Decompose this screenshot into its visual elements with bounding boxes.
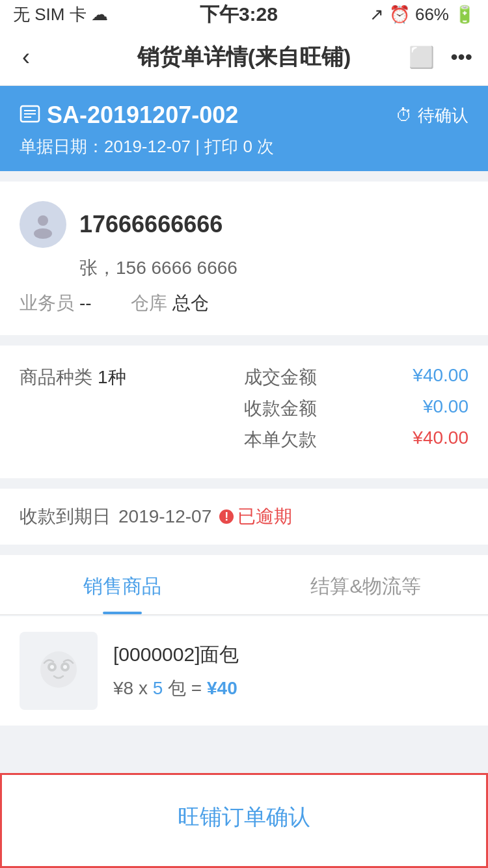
svg-point-10	[63, 665, 67, 669]
svg-point-5	[34, 228, 52, 239]
received-label: 收款金额	[244, 396, 317, 421]
confirm-button-wrapper: 旺铺订单确认	[0, 773, 488, 868]
alarm-icon: ⏰	[389, 5, 410, 25]
product-card: [0000002]面包 ¥8 x 5 包 = ¥40	[0, 616, 488, 726]
warehouse-label: 仓库	[131, 291, 167, 316]
product-types-value: 1种	[98, 365, 126, 390]
product-multiply: x	[139, 678, 153, 698]
owed-value: ¥40.00	[413, 427, 468, 452]
order-header: SA-20191207-002 ⏱ 待确认 单据日期：2019-12-07 | …	[0, 86, 488, 171]
svg-point-6	[40, 651, 77, 688]
tabs-container: 销售商品 结算&物流等	[0, 555, 488, 615]
order-id: SA-20191207-002	[20, 102, 238, 129]
tab-sales-products-label: 销售商品	[83, 575, 161, 597]
due-date-card: 收款到期日 2019-12-07 ! 已逾期	[0, 489, 488, 545]
customer-name: 张，156 6666 6666	[20, 256, 468, 280]
customer-phone: 17666666666	[79, 211, 223, 238]
svg-point-9	[50, 665, 54, 669]
page-title: 销货单详情(来自旺铺)	[137, 42, 351, 72]
signal-text: 无 SIM 卡 ☁	[13, 3, 108, 26]
product-unit-price: ¥8	[113, 678, 133, 698]
location-icon: ↗	[370, 5, 384, 25]
product-equals: =	[191, 678, 207, 698]
order-status-text: 待确认	[418, 104, 468, 127]
product-price: ¥8 x 5 包 = ¥40	[113, 676, 468, 701]
svg-point-4	[38, 215, 48, 226]
confirm-button[interactable]: 旺铺订单确认	[21, 788, 467, 847]
battery-text: 66%	[415, 5, 449, 25]
owed-label: 本单欠款	[244, 427, 317, 452]
order-icon	[20, 102, 40, 129]
sales-rep-value: --	[79, 293, 92, 314]
clock-icon: ⏱	[396, 105, 413, 126]
tab-sales-products[interactable]: 销售商品	[0, 555, 244, 614]
received-value: ¥0.00	[423, 396, 468, 421]
battery-icon: 🔋	[454, 5, 475, 25]
product-details: [0000002]面包 ¥8 x 5 包 = ¥40	[113, 642, 468, 701]
transaction-value: ¥40.00	[413, 365, 468, 390]
due-date-value: 2019-12-07	[118, 506, 211, 527]
more-icon[interactable]: •••	[450, 45, 472, 69]
product-name: [0000002]面包	[113, 642, 468, 668]
nav-bar: ‹ 销货单详情(来自旺铺) ⬜ •••	[0, 29, 488, 86]
tab-settlement[interactable]: 结算&物流等	[244, 555, 488, 614]
product-image	[20, 632, 98, 710]
summary-card: 商品种类 1种 成交金额 ¥40.00 收款金额 ¥0.00 本单欠款 ¥40.…	[0, 346, 488, 478]
nav-actions: ⬜ •••	[409, 45, 472, 70]
overdue-badge: ! 已逾期	[219, 504, 292, 529]
tab-settlement-label: 结算&物流等	[310, 575, 421, 597]
status-right: ↗ ⏰ 66% 🔋	[370, 5, 475, 25]
product-unit: 包	[168, 678, 186, 698]
order-id-text: SA-20191207-002	[47, 102, 238, 129]
status-bar: 无 SIM 卡 ☁ 下午3:28 ↗ ⏰ 66% 🔋	[0, 0, 488, 29]
overdue-text: 已逾期	[237, 504, 292, 529]
status-time: 下午3:28	[200, 1, 278, 28]
transaction-label: 成交金额	[244, 365, 317, 390]
customer-meta: 业务员 -- 仓库 总仓	[20, 291, 468, 316]
order-status: ⏱ 待确认	[396, 104, 468, 127]
sales-rep-label: 业务员	[20, 291, 74, 316]
order-date: 单据日期：2019-12-07 | 打印 0 次	[20, 135, 468, 158]
avatar	[20, 201, 66, 248]
product-quantity: 5	[153, 678, 163, 698]
warehouse-value: 总仓	[172, 291, 209, 316]
product-total: ¥40	[207, 678, 237, 698]
status-left: 无 SIM 卡 ☁	[13, 3, 108, 26]
due-date-label: 收款到期日	[20, 504, 111, 529]
overdue-icon: !	[219, 509, 234, 524]
share-icon[interactable]: ⬜	[409, 45, 435, 70]
customer-card: 17666666666 张，156 6666 6666 业务员 -- 仓库 总仓	[0, 182, 488, 335]
back-button[interactable]: ‹	[16, 37, 36, 77]
product-types-label: 商品种类	[20, 365, 92, 390]
